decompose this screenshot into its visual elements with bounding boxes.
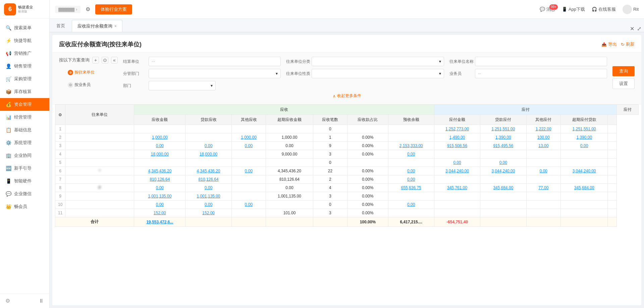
- department-label: 部门: [123, 83, 147, 89]
- sidebar-item-inventory[interactable]: 📦 库存核算: [0, 85, 49, 98]
- sidebar-item-label: 畅会员: [14, 204, 27, 210]
- sidebar-item-member[interactable]: 👑 畅会员: [0, 200, 49, 213]
- message-icon: 💬: [540, 7, 545, 12]
- enterprise-icon: 🏢: [5, 152, 11, 159]
- partner-cat-label: 往来单位分类: [286, 59, 310, 64]
- partner-name-input[interactable]: [475, 57, 607, 66]
- sales-icon: 👤: [5, 63, 11, 69]
- table-row: 101,252,773.001,251,551.001,222.001,251,…: [55, 125, 639, 133]
- sidebar-item-quick-nav[interactable]: ⚡ 快捷导航: [0, 34, 49, 47]
- scheme-partner-label: 按往来单位: [74, 70, 95, 75]
- table-row: 30.000.000.000.0090.00%2,153,333.00915,5…: [55, 142, 639, 150]
- refresh-btn[interactable]: ↻ 刷新: [621, 41, 635, 47]
- sidebar-item-enterprise[interactable]: 🏢 企业协同: [0, 149, 49, 162]
- chevron-up-icon: ∧: [333, 94, 336, 98]
- table-row: 8P0.000.000.0040.00%655,636.75345,761.00…: [55, 184, 639, 192]
- table-row: 500.000.00: [55, 159, 639, 167]
- basic-info-icon: 📋: [5, 127, 11, 133]
- receivable-count-header: 应收笔数: [313, 115, 347, 125]
- service-icon: 🎧: [592, 7, 597, 12]
- sidebar-item-marketing[interactable]: 📢 营销推广: [0, 47, 49, 60]
- dept-select[interactable]: ▾: [149, 69, 281, 78]
- department-select[interactable]: ▾: [149, 81, 216, 90]
- sidebar-item-label: 销售管理: [14, 63, 32, 69]
- collapse-more-btn[interactable]: ∧ 收起更多条件: [59, 92, 635, 100]
- sidebar-item-search-menu[interactable]: 🔍 搜索菜单: [0, 21, 49, 34]
- user-name: Rit: [633, 7, 639, 12]
- table-row: 11152.00152.00101.0030.00%: [55, 209, 639, 217]
- tab-receivable-label: 应收应付余额查询: [77, 23, 112, 29]
- sidebar-item-purchase[interactable]: 🛒 采购管理: [0, 73, 49, 85]
- advance-balance-header: 预收余额: [388, 115, 434, 125]
- payable-section-header: 应付: [434, 105, 616, 115]
- close-window-icon[interactable]: ✕: [630, 26, 634, 32]
- wechat-icon: 💬: [5, 191, 11, 197]
- table-settings-icon[interactable]: ⚙: [58, 113, 62, 117]
- chevron-down-icon2: ▾: [276, 71, 278, 76]
- sidebar-item-label: 资金管理: [14, 101, 32, 107]
- maximize-window-icon[interactable]: ⤢: [637, 26, 641, 32]
- partner-nature-select[interactable]: ▾: [312, 69, 444, 78]
- table-row: 91,001,135.001,001,135.001,001,135.0030.…: [55, 192, 639, 201]
- total-label: 合计: [55, 217, 134, 227]
- salesman-input[interactable]: ···: [475, 69, 607, 78]
- scheme-salesman-icon: ⊙: [68, 82, 73, 88]
- table-row: 21,000.001,000.001,000.0010.00%1,490.001…: [55, 133, 639, 142]
- user-menu[interactable]: Rit: [623, 5, 639, 14]
- total-receivable-amount[interactable]: 19,553,472,6...: [134, 217, 185, 227]
- partner-name-label: 往来单位名称: [449, 59, 473, 64]
- online-service-btn[interactable]: 🎧 在线客服: [592, 6, 616, 12]
- tab-receivable-query[interactable]: 应收应付余额查询 ×: [72, 20, 122, 32]
- setting-btn[interactable]: 设置: [612, 78, 635, 89]
- sidebar-item-basic-info[interactable]: 📋 基础信息: [0, 124, 49, 136]
- sidebar-item-operations[interactable]: 📊 经营管理: [0, 111, 49, 124]
- table-settings-header[interactable]: ⚙: [55, 105, 65, 125]
- total-row: 合计 19,553,472,6... 100.00% 6,417,215....…: [55, 217, 639, 227]
- settlement-input[interactable]: ···: [149, 57, 281, 66]
- breadcrumb-chevron: ›: [76, 7, 77, 12]
- sidebar-item-finance[interactable]: 💰 资金管理: [0, 98, 49, 111]
- total-receivable-ratio: 100.00%: [347, 217, 388, 227]
- filter-add-btn[interactable]: +: [92, 57, 99, 63]
- topbar-right: 💬 消息 99+ 📱 App下载 🎧 在线客服 Rit: [540, 5, 639, 14]
- breadcrumb-text: ▓▓▓▓▓▓: [58, 7, 74, 11]
- scheme-partner-icon: ⊕: [68, 70, 73, 75]
- dept-label: 分管部门: [123, 71, 147, 77]
- page-inner: 应收应付余额查询(按往来单位) 📤 导出 ↻ 刷新: [52, 35, 641, 305]
- scheme-by-partner[interactable]: ⊕ 按往来单位: [66, 69, 97, 76]
- sidebar-item-sales[interactable]: 👤 销售管理: [0, 60, 49, 73]
- overdue-receivable-header: 超期应收金额: [266, 115, 313, 125]
- filter-header: 按以下方案查询 + ⊙ «: [59, 57, 118, 63]
- marketing-icon: 📢: [5, 50, 11, 56]
- filter-collapse-btn[interactable]: «: [111, 57, 118, 63]
- logo-text-line1: 畅捷通业: [18, 5, 33, 9]
- sidebar-item-hardware[interactable]: 📱 智能硬件: [0, 175, 49, 187]
- export-icon: 📤: [601, 42, 607, 47]
- online-service-label: 在线客服: [598, 6, 616, 12]
- chevron-down-icon3: ▾: [439, 71, 441, 76]
- tab-home[interactable]: 首页: [51, 20, 70, 32]
- sidebar-item-wechat[interactable]: 💬 企业微信: [0, 187, 49, 200]
- sidebar-nav: 🔍 搜索菜单 ⚡ 快捷导航 📢 营销推广 👤 销售管理 🛒 采购管理 📦: [0, 19, 49, 293]
- export-btn[interactable]: 📤 导出: [601, 41, 617, 47]
- settings-gear-btn[interactable]: ⚙: [83, 5, 93, 14]
- app-download-btn[interactable]: 📱 App下载: [562, 6, 585, 12]
- messages-btn[interactable]: 💬 消息 99+: [540, 6, 555, 12]
- trial-btn[interactable]: 体验行业方案: [95, 4, 132, 14]
- search-menu-icon: 🔍: [5, 25, 11, 31]
- scheme-by-salesman[interactable]: ⊙ 按业务员: [66, 81, 93, 88]
- tab-close-icon[interactable]: ×: [114, 24, 117, 29]
- sidebar-item-system[interactable]: ⚙️ 系统管理: [0, 136, 49, 149]
- filter-target-btn[interactable]: ⊙: [102, 57, 108, 63]
- receivable-amount-header: 应收金额: [134, 115, 185, 125]
- app-download-label: App下载: [569, 6, 585, 12]
- settings-bottom-icon[interactable]: ⚙: [5, 298, 10, 304]
- tab-bar: 首页 应收应付余额查询 × ✕ ⤢: [50, 19, 644, 32]
- query-btn[interactable]: 查询: [612, 66, 635, 76]
- total-overdue-receivable: [266, 217, 313, 227]
- collapse-sidebar-btn[interactable]: ⏸: [39, 298, 44, 304]
- sidebar-item-guide[interactable]: 🆕 新手引导: [0, 162, 49, 175]
- partner-column-header: 往来单位: [65, 105, 134, 125]
- breadcrumb: ▓▓▓▓▓▓ ›: [55, 6, 80, 13]
- partner-cat-select[interactable]: ▾: [312, 57, 444, 66]
